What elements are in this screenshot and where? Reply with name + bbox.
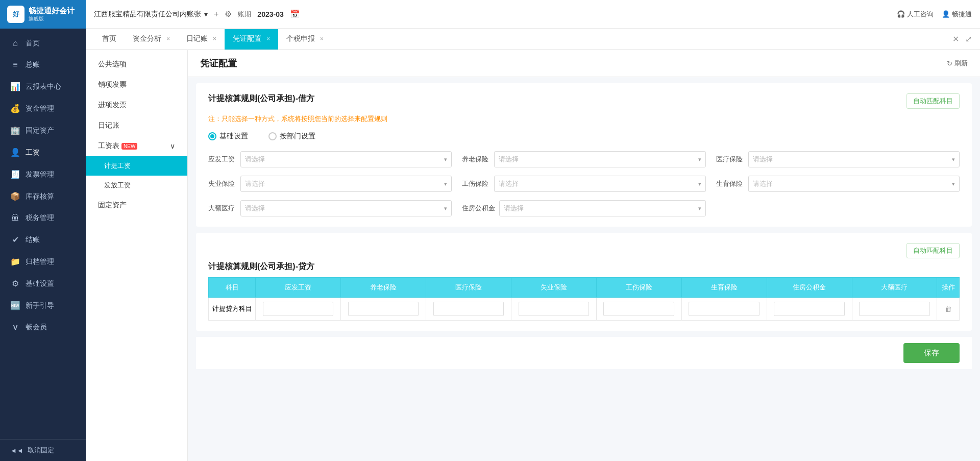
logo-text: 畅捷通好会计 [29, 6, 75, 15]
sidebar-item-wage[interactable]: 👤 工资 [0, 141, 86, 163]
sidebar-item-ledger[interactable]: ≡ 总账 [0, 54, 86, 76]
select-large-medical[interactable]: 请选择 ▾ [240, 200, 452, 216]
select-maternity[interactable]: 请选择 ▾ [748, 176, 960, 192]
th-injury: 工伤保险 [596, 278, 681, 298]
select-injury[interactable]: 请选择 ▾ [494, 176, 705, 192]
topbar-actions: 🎧 人工咨询 👤 畅捷通 [897, 10, 972, 19]
select-pension[interactable]: 请选择 ▾ [494, 151, 705, 167]
debit-section-title: 计提核算规则(公司承担)-借方 [208, 93, 960, 104]
tab-journal[interactable]: 日记账 × [178, 29, 225, 50]
invoice-icon: 🧾 [10, 169, 20, 179]
sidebar-item-guide[interactable]: 🆕 新手引导 [0, 295, 86, 317]
sidebar-item-fixed[interactable]: 🏢 固定资产 [0, 119, 86, 141]
radio-basic[interactable]: 基础设置 [208, 132, 248, 141]
sidebar-item-settle[interactable]: ✔ 结账 [0, 229, 86, 251]
refresh-button[interactable]: ↻ 刷新 [947, 59, 968, 68]
input-unemployment[interactable] [519, 302, 590, 316]
select-medical[interactable]: 请选择 ▾ [748, 151, 960, 167]
menu-subitem-pay[interactable]: 发放工资 [86, 176, 187, 195]
tab-journal-close[interactable]: × [213, 35, 216, 42]
menu-item-public[interactable]: 公共选项 [86, 54, 187, 75]
tab-home[interactable]: 首页 [94, 29, 125, 50]
th-operation: 操作 [937, 278, 960, 298]
input-housing[interactable] [774, 302, 845, 316]
tab-capital[interactable]: 资金分析 × [125, 29, 178, 50]
label-injury: 工伤保险 [462, 179, 490, 188]
menu-subitem-accrue[interactable]: 计提工资 [86, 156, 187, 176]
tax-icon: 🏛 [10, 213, 20, 223]
cancel-fixed-button[interactable]: ◄◄ 取消固定 [0, 439, 86, 461]
debit-form: 应发工资 请选择 ▾ 养老保险 请选择 ▾ 医疗 [208, 151, 960, 216]
select-housing[interactable]: 请选择 ▾ [499, 200, 705, 216]
sidebar-item-inventory[interactable]: 📦 库存核算 [0, 185, 86, 207]
menu-item-purchase[interactable]: 进项发票 [86, 95, 187, 115]
tab-tax-close[interactable]: × [320, 35, 324, 42]
maximize-window-icon[interactable]: ⤢ [965, 34, 972, 44]
calendar-icon[interactable]: 📅 [290, 9, 300, 19]
table-header-row: 科目 应发工资 养老保险 医疗保险 失业保险 工伤保险 生育保险 住房公积金 大… [209, 278, 960, 298]
close-window-icon[interactable]: ✕ [952, 34, 959, 44]
sidebar-label-wage: 工资 [26, 148, 40, 157]
select-salary[interactable]: 请选择 ▾ [240, 151, 452, 167]
sidebar-item-member[interactable]: V 畅会员 [0, 317, 86, 338]
tab-voucher-close[interactable]: × [266, 35, 270, 42]
input-maternity[interactable] [689, 302, 760, 316]
company-selector[interactable]: 江西服宝精品有限责任公司内账张 ▾ [94, 10, 208, 19]
sidebar-item-home[interactable]: ⌂ 首页 [0, 33, 86, 54]
cell-large-medical [852, 298, 937, 321]
tab-voucher[interactable]: 凭证配置 × [225, 29, 278, 50]
new-badge: NEW [121, 143, 137, 150]
sidebar-item-tax[interactable]: 🏛 税务管理 [0, 207, 86, 229]
input-large-medical[interactable] [859, 302, 930, 316]
cell-housing [767, 298, 852, 321]
chevron-down-icon: ∨ [170, 142, 175, 150]
sidebar-item-archive[interactable]: 📁 归档管理 [0, 251, 86, 273]
select-medical-arrow: ▾ [952, 156, 955, 163]
ai-label: 人工咨询 [907, 10, 934, 19]
th-maternity: 生育保险 [681, 278, 767, 298]
user-profile-button[interactable]: 👤 畅捷通 [942, 10, 972, 19]
menu-group-payroll-header[interactable]: 工资表NEW ∨ [86, 136, 187, 156]
auto-match-credit-button[interactable]: 自动匹配科目 [906, 243, 960, 258]
tab-tax[interactable]: 个税申报 × [278, 29, 332, 50]
select-large-medical-arrow: ▾ [444, 205, 447, 212]
cell-salary [256, 298, 341, 321]
archive-icon: 📁 [10, 257, 20, 266]
field-pension: 养老保险 请选择 ▾ [462, 151, 705, 167]
menu-item-fixed-assets[interactable]: 固定资产 [86, 195, 187, 215]
settle-icon: ✔ [10, 235, 20, 245]
input-medical[interactable] [433, 302, 504, 316]
select-unemployment[interactable]: 请选择 ▾ [240, 176, 452, 192]
tab-voucher-label: 凭证配置 [233, 34, 261, 43]
tab-capital-close[interactable]: × [166, 35, 170, 42]
delete-row-button[interactable]: 🗑 [945, 305, 952, 313]
th-subject: 科目 [209, 278, 256, 298]
th-salary: 应发工资 [256, 278, 341, 298]
input-injury[interactable] [603, 302, 674, 316]
company-name: 江西服宝精品有限责任公司内账张 [94, 10, 201, 19]
radio-basic-circle [208, 132, 216, 140]
label-pension: 养老保险 [462, 155, 490, 164]
sidebar-item-capital[interactable]: 💰 资金管理 [0, 98, 86, 119]
menu-item-sales[interactable]: 销项发票 [86, 75, 187, 95]
auto-match-debit-button[interactable]: 自动匹配科目 [906, 93, 960, 109]
select-large-medical-placeholder: 请选择 [245, 204, 265, 213]
save-button[interactable]: 保存 [903, 343, 960, 363]
sidebar-item-invoice[interactable]: 🧾 发票管理 [0, 163, 86, 185]
cell-maternity [681, 298, 767, 321]
input-pension[interactable] [348, 302, 419, 316]
radio-dept[interactable]: 按部门设置 [268, 132, 315, 141]
radio-dept-label: 按部门设置 [280, 132, 315, 141]
label-large-medical: 大额医疗 [208, 204, 236, 213]
th-housing: 住房公积金 [767, 278, 852, 298]
ai-consult-button[interactable]: 🎧 人工咨询 [897, 10, 934, 19]
settings-gear-icon[interactable]: ⚙ [225, 9, 232, 19]
sidebar-item-report[interactable]: 📊 云报表中心 [0, 76, 86, 98]
sidebar-item-settings[interactable]: ⚙ 基础设置 [0, 273, 86, 295]
cell-injury [596, 298, 681, 321]
add-account-button[interactable]: + [214, 10, 218, 19]
select-maternity-placeholder: 请选择 [753, 179, 773, 188]
menu-item-journal[interactable]: 日记账 [86, 115, 187, 136]
input-salary[interactable] [263, 302, 334, 316]
select-pension-arrow: ▾ [698, 156, 701, 163]
